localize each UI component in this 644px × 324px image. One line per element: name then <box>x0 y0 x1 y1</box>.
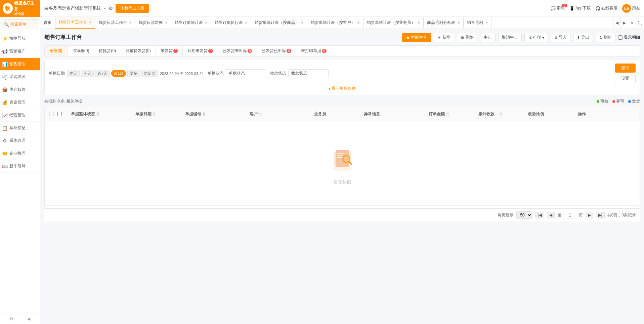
audit-action[interactable]: 审核 <box>597 98 608 104</box>
add-button[interactable]: ＋ 新增 <box>434 33 454 42</box>
page-first-button[interactable]: |◀ <box>535 212 544 218</box>
page-prev-button[interactable]: ◀ <box>547 212 555 218</box>
tab-close-icon[interactable]: ✕ <box>245 21 248 25</box>
page-input[interactable] <box>564 212 576 218</box>
sidebar-item-finance[interactable]: 💰 资金管理 <box>0 96 40 109</box>
dropdown-arrow-icon[interactable]: ▾ <box>104 6 106 11</box>
th-num[interactable]: 单据编号 ⇅ <box>182 110 247 118</box>
th-customer[interactable]: 客户 ⇅ <box>247 110 311 118</box>
tab-scroll-right-button[interactable]: ▶ <box>620 17 628 29</box>
topbar-settings-icon[interactable]: ⚙ <box>109 5 113 11</box>
search-menu-button[interactable]: 🔍 搜索菜单 <box>2 19 38 29</box>
tab-sales-stats[interactable]: 销售订单统计表 ✕ <box>171 17 211 29</box>
filter-tab-overdue-not-shipped[interactable]: 到期未发货0 <box>183 46 218 56</box>
tab-sales-by-staff[interactable]: 销货单统计表（按业务员） ✕ <box>363 17 424 29</box>
stop-button[interactable]: 中止 <box>480 33 496 42</box>
th-status[interactable]: 单据整体状态 ⇅ <box>68 110 133 118</box>
ship-action[interactable]: 发货 <box>628 98 640 104</box>
tab-close-icon[interactable]: ✕ <box>165 21 168 25</box>
show-detail-label[interactable]: 显示明细 <box>618 35 640 40</box>
sidebar-item-operations[interactable]: 📈 经营管理 <box>0 109 40 122</box>
tab-sales-profit[interactable]: 销售毛利 ✕ <box>464 17 491 29</box>
sidebar-item-purchase[interactable]: 🛒 采购管理 <box>0 71 40 83</box>
sidebar-item-basic-info[interactable]: 📋 基础信息 <box>0 122 40 134</box>
th-date[interactable]: 单据日期 ⇅ <box>133 110 182 118</box>
query-button[interactable]: 查询 <box>615 64 636 73</box>
tab-maximize-button[interactable]: ⛶ <box>636 17 644 29</box>
page-last-button[interactable]: ▶| <box>596 212 605 218</box>
collect-select[interactable]: 收款状态 <box>288 69 329 77</box>
tab-sales-by-customer[interactable]: 销货单统计表（按客户） ✕ <box>307 17 363 29</box>
tab-cash-reconciliation[interactable]: 钱货日清对账 ✕ <box>135 17 171 29</box>
date-yesterday-btn[interactable]: 昨天 <box>67 70 80 77</box>
industry-solution-button[interactable]: 体验行业方案 <box>116 4 149 13</box>
status-select[interactable]: 单据状态 <box>226 69 266 77</box>
filter-tab-shipped-out[interactable]: 已发货已出库0 <box>257 46 296 56</box>
refresh-icon: ↻ <box>599 35 603 40</box>
print-button[interactable]: 🖨 打印 ▾ <box>524 33 548 42</box>
cancel-stop-button[interactable]: 取消中止 <box>498 33 522 42</box>
tab-home[interactable]: 首页 <box>40 17 55 29</box>
smart-create-button[interactable]: ★ 智能生单 <box>402 33 431 42</box>
data-table: ⋮⋮ 单据整体状态 ⇅ 单据日期 ⇅ 单据编号 ⇅ 客户 <box>44 107 640 208</box>
sidebar-item-inventory[interactable]: 📦 库存核算 <box>0 83 40 96</box>
app-download-item[interactable]: 📱 App下载 <box>569 5 591 11</box>
th-checkbox[interactable] <box>55 111 68 118</box>
sidebar-item-system[interactable]: ⚙ 系统管理 <box>0 134 40 147</box>
delete-button[interactable]: 🗑 删除 <box>457 33 477 42</box>
page-next-button[interactable]: ▶ <box>586 212 593 218</box>
topbar-right: 💬 消息 6 📱 App下载 🎧 在线客服 Ea 用友 <box>551 4 640 13</box>
refresh-button[interactable]: ↻ 刷新 <box>596 33 615 42</box>
tab-sales-order-workbench[interactable]: 销售订单工作台 ✕ <box>55 17 95 29</box>
sidebar-item-cooperation[interactable]: 🤝 企业协同 <box>0 147 40 160</box>
user-item[interactable]: Ea 用友 <box>622 4 640 13</box>
show-detail-checkbox[interactable] <box>618 35 622 40</box>
export-button[interactable]: ⬆ 导出 <box>573 33 593 42</box>
filter-tab-not-printed[interactable]: 未打印单据0 <box>296 46 331 56</box>
date-7days-btn[interactable]: 近7天 <box>95 70 110 77</box>
import-button[interactable]: ⬇ 导入 <box>551 33 570 42</box>
tab-close-icon[interactable]: ✕ <box>205 21 208 25</box>
filter-tab-all[interactable]: 全部(0) <box>45 46 68 56</box>
tab-close-icon[interactable]: ✕ <box>457 21 460 25</box>
sidebar-item-marketing[interactable]: 📢 营销推广 <box>0 45 40 58</box>
sidebar-item-sales[interactable]: 📊 销售管理 <box>0 58 40 71</box>
tab-close-icon[interactable]: ✕ <box>357 21 360 25</box>
tab-close-icon[interactable]: ✕ <box>301 21 304 25</box>
sidebar-item-guide[interactable]: 📖 新手引导 <box>0 160 40 173</box>
date-custom-btn[interactable]: 自定义 <box>141 70 158 77</box>
filter-tab-pending-audit[interactable]: 待审核(0) <box>68 46 94 56</box>
cancel-action[interactable]: 弃审 <box>612 98 624 104</box>
results-count: 共找到 0 条 相关单据 <box>44 98 82 104</box>
filter-tab-pending-pick[interactable]: 待拣货(0) <box>94 46 121 56</box>
tab-close-icon[interactable]: ✕ <box>89 21 92 24</box>
tab-sales-by-product[interactable]: 销货单统计表（按商品） ✕ <box>251 17 307 29</box>
collapse-icon[interactable]: ◀ <box>27 317 30 321</box>
select-all-checkbox[interactable] <box>57 112 62 116</box>
date-1month-btn[interactable]: 近1月 <box>111 70 126 77</box>
settings-filter-button[interactable]: 设置 <box>615 74 636 83</box>
date-today-btn[interactable]: 今天 <box>81 70 94 77</box>
date-more-btn[interactable]: 更多 <box>127 70 140 77</box>
horizontal-scrollbar[interactable] <box>45 205 640 208</box>
settings-bottom-icon[interactable]: ⚙ <box>10 317 13 321</box>
filter-tab-shipped-not-out[interactable]: 已发货未出库0 <box>218 46 257 56</box>
tab-close-icon[interactable]: ✕ <box>417 21 420 25</box>
tab-close-icon[interactable]: ✕ <box>129 21 132 25</box>
tab-close-icon[interactable]: ✕ <box>485 21 488 25</box>
th-collect[interactable]: 累计收款... ⇅ <box>476 110 525 118</box>
filter-tab-not-shipped[interactable]: 未发货0 <box>156 46 183 56</box>
page-size-select[interactable]: 50 <box>516 211 532 219</box>
svg-rect-8 <box>337 157 343 158</box>
message-item[interactable]: 💬 消息 6 <box>551 5 565 11</box>
th-amount[interactable]: 订单金额 ⇅ <box>426 110 476 118</box>
tab-close-all-button[interactable]: ✕ <box>628 17 636 29</box>
sidebar-item-quick-nav[interactable]: ⚡ 快捷导航 <box>0 32 40 45</box>
filter-tab-wangpu-pending-ship[interactable]: 旺铺待发货(0) <box>121 46 156 56</box>
tab-scroll-left-button[interactable]: ◀ <box>613 17 620 29</box>
online-service-item[interactable]: 🎧 在线客服 <box>595 5 617 11</box>
tab-cash-daily-workbench[interactable]: 钱货日清工作台 ✕ <box>95 17 135 29</box>
tab-sales-execution[interactable]: 销售订单执行表 ✕ <box>211 17 251 29</box>
tab-gross-margin[interactable]: 商品毛利分析表 ✕ <box>424 17 464 29</box>
expand-more-button[interactable]: ▾ 展开更多条件 <box>329 86 356 91</box>
